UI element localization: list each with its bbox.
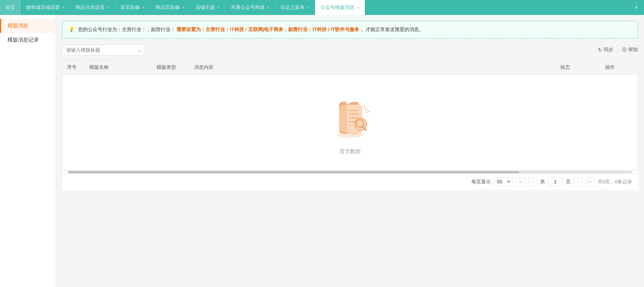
table-header-index: 序号 — [62, 60, 85, 74]
table-header: 序号模版名称模版类型消息内容状态操作 — [62, 60, 638, 74]
nav-tab-template-msg[interactable]: 公众号模版消息× — [315, 0, 365, 15]
help-icon: ⓪ — [622, 46, 627, 53]
nav-tab-product-decor[interactable]: 商品页装修× — [150, 0, 190, 15]
nav-tab-close-wechat-shop[interactable]: × — [62, 5, 65, 10]
nav-tab-close-category[interactable]: × — [107, 5, 110, 10]
svg-line-9 — [367, 112, 370, 112]
search-icon[interactable]: ⌕ — [138, 47, 141, 53]
table-header-name: 模版名称 — [85, 60, 152, 74]
table-header-type: 模版类型 — [152, 60, 189, 74]
page-suffix: 页 — [566, 178, 571, 185]
nav-tab-open-mall[interactable]: 开通公众号商城× — [225, 0, 275, 15]
top-navigation: 首页微商城店铺设置×商品分类设置×首页装修×商品页装修×店铺主题×开通公众号商城… — [0, 0, 644, 15]
toolbar-right: ↻ 同步 | ⓪ 帮助 — [598, 46, 638, 53]
nav-tab-wechat-shop[interactable]: 微商城店铺设置× — [21, 0, 70, 15]
global-close-button[interactable]: × — [629, 4, 644, 11]
main-content: 💡 您的公众号行业为：主营行业：，副营行业： 需要设置为：主营行业：IT科技 /… — [56, 15, 644, 287]
empty-text: 暂无数据 — [62, 148, 638, 155]
notice-highlight: 需要设置为：主营行业：IT科技 / 互联网|电子商务，副营行业：IT科技 / I… — [176, 27, 364, 32]
table-header-content: 消息内容 — [189, 60, 556, 74]
page-input[interactable] — [548, 177, 563, 186]
last-page-button[interactable]: ⊳ — [586, 177, 595, 186]
nav-tab-category[interactable]: 商品分类设置× — [70, 0, 115, 15]
nav-tab-label-home: 首页 — [5, 4, 15, 11]
notice-prefix: 您的公众号行业为：主营行业：，副营行业： — [78, 27, 175, 32]
nav-tab-homepage-decor[interactable]: 首页装修× — [115, 0, 150, 15]
data-table: 序号模版名称模版类型消息内容状态操作 — [62, 60, 638, 170]
empty-state-row: 暂无数据 — [62, 74, 638, 170]
sidebar-item-template-message-log[interactable]: 模版消息记录 — [0, 33, 56, 47]
sidebar-item-template-message[interactable]: 模版消息 — [0, 19, 56, 33]
nav-tab-close-product-decor[interactable]: × — [182, 5, 185, 10]
scrollbar-area[interactable] — [62, 170, 638, 173]
nav-tab-label-shop-theme: 店铺主题 — [195, 4, 215, 11]
nav-tab-label-homepage-decor: 首页装修 — [120, 4, 140, 11]
nav-tab-label-wechat-shop: 微商城店铺设置 — [26, 4, 60, 11]
table-body: 暂无数据 — [62, 74, 638, 170]
nav-tab-close-custom-menu[interactable]: × — [307, 5, 309, 10]
nav-tab-close-homepage-decor[interactable]: × — [142, 5, 145, 10]
sidebar: 模版消息模版消息记录 — [0, 15, 56, 287]
empty-state: 暂无数据 — [62, 75, 638, 170]
total-text: 共0页，0条记录 — [598, 178, 632, 185]
nav-tab-label-custom-menu: 自定义菜单 — [280, 4, 305, 11]
nav-tab-custom-menu[interactable]: 自定义菜单× — [275, 0, 315, 15]
notice-suffix: 才能正常发送预置的消息。 — [366, 27, 424, 32]
toolbar-divider: | — [617, 47, 618, 53]
nav-tab-label-template-msg: 公众号模版消息 — [320, 4, 354, 11]
next-page-button[interactable]: › — [574, 177, 583, 186]
nav-tab-close-shop-theme[interactable]: × — [217, 5, 220, 10]
nav-tab-label-category: 商品分类设置 — [76, 4, 105, 11]
help-button[interactable]: ⓪ 帮助 — [622, 46, 638, 53]
first-page-button[interactable]: ⊲ — [516, 177, 525, 186]
nav-tab-shop-theme[interactable]: 店铺主题× — [190, 0, 225, 15]
sync-icon: ↻ — [598, 47, 602, 53]
search-bar: ⌕ ↻ 同步 | ⓪ 帮助 — [62, 45, 638, 55]
nav-tab-label-product-decor: 商品页装修 — [155, 4, 180, 11]
search-input-wrap: ⌕ — [62, 45, 144, 55]
page-label: 第 — [540, 178, 545, 185]
page-size-label: 每页显示 — [471, 178, 491, 185]
nav-tab-label-open-mall: 开通公众号商城 — [231, 4, 265, 11]
page-size-select[interactable]: 102050100 — [494, 177, 513, 186]
scrollbar-thumb — [68, 171, 519, 173]
svg-line-8 — [365, 109, 367, 110]
sync-label: 同步 — [604, 46, 613, 53]
search-input[interactable] — [62, 45, 144, 55]
nav-tab-close-template-msg[interactable]: × — [357, 5, 359, 10]
pagination: 每页显示 102050100 ⊲ ‹ 第 页 › ⊳ 共0页，0条记录 — [62, 173, 638, 190]
empty-illustration — [328, 97, 373, 142]
table-header-action: 操作 — [601, 60, 638, 74]
notice-banner: 💡 您的公众号行业为：主营行业：，副营行业： 需要设置为：主营行业：IT科技 /… — [62, 21, 638, 39]
prev-page-button[interactable]: ‹ — [528, 177, 537, 186]
help-label: 帮助 — [628, 46, 638, 53]
bulb-icon: 💡 — [68, 27, 74, 32]
main-layout: 模版消息模版消息记录 💡 您的公众号行业为：主营行业：，副营行业： 需要设置为：… — [0, 15, 644, 287]
sync-button[interactable]: ↻ 同步 — [598, 46, 613, 53]
table-header-row: 序号模版名称模版类型消息内容状态操作 — [62, 60, 638, 74]
nav-tab-close-open-mall[interactable]: × — [267, 5, 269, 10]
nav-tab-home[interactable]: 首页 — [0, 0, 21, 15]
scrollbar-track — [68, 171, 632, 173]
table-header-status: 状态 — [556, 60, 601, 74]
